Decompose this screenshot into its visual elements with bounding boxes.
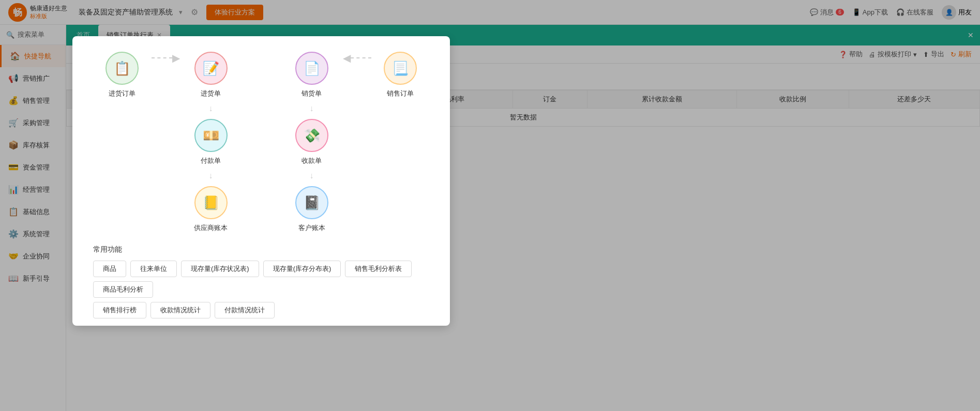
sales-bill-circle: 📄 <box>295 52 328 85</box>
customer-ledger-circle: 📓 <box>295 186 328 219</box>
sales-order-circle: 📃 <box>384 52 417 85</box>
purchase-col: 📝 进货单 ↓ 💴 付款单 ↓ <box>180 52 242 233</box>
flow-node-supplier-ledger[interactable]: 📒 供应商账本 <box>180 186 242 233</box>
func-btn-receipt-stats[interactable]: 收款情况统计 <box>150 302 210 318</box>
arrow-v2: ↓ <box>310 102 314 115</box>
purchase-order-circle: 📋 <box>105 52 139 85</box>
arrow-h2: ◀ <box>343 52 371 79</box>
popup-content: 📋 进货订单 ▶ 📝 进货单 <box>72 36 450 326</box>
func-btn-sales-profit[interactable]: 销售毛利分析表 <box>345 261 412 277</box>
popup-overlay[interactable]: 📋 进货订单 ▶ 📝 进货单 <box>0 0 980 411</box>
sales-order-label: 销售订单 <box>387 89 414 98</box>
func-buttons-row1: 商品 往来单位 现存量(库存状况表) 现存量(库存分布表) 销售毛利分析表 商品… <box>93 261 429 298</box>
func-btn-payment-stats[interactable]: 付款情况统计 <box>215 302 275 318</box>
popup: 📋 进货订单 ▶ 📝 进货单 <box>72 36 450 326</box>
sales-col: 📄 销货单 ↓ 💸 收款单 ↓ <box>281 52 343 233</box>
purchase-label: 进货单 <box>201 89 221 98</box>
func-btn-stock-status[interactable]: 现存量(库存状况表) <box>181 261 259 277</box>
common-functions: 常用功能 商品 往来单位 现存量(库存状况表) 现存量(库存分布表) 销售毛利分… <box>93 245 429 318</box>
receipt-icon: 💸 <box>304 128 320 144</box>
supplier-ledger-icon: 📒 <box>203 195 219 211</box>
func-btn-goods[interactable]: 商品 <box>93 261 126 277</box>
payment-label: 付款单 <box>201 156 221 165</box>
sales-order-icon: 📃 <box>392 60 409 77</box>
func-btn-sales-rank[interactable]: 销售排行榜 <box>93 302 146 318</box>
payment-icon: 💴 <box>203 128 219 144</box>
arrow-h1: ▶ <box>152 52 180 79</box>
flow-node-payment[interactable]: 💴 付款单 <box>180 119 242 165</box>
flow-node-sales-order[interactable]: 📃 销售订单 <box>371 52 430 98</box>
sales-bill-icon: 📄 <box>304 60 320 77</box>
supplier-ledger-label: 供应商账本 <box>194 223 228 233</box>
purchase-icon: 📝 <box>203 60 219 77</box>
receipt-label: 收款单 <box>301 156 322 165</box>
flow-diagram: 📋 进货订单 ▶ 📝 进货单 <box>93 52 429 233</box>
common-functions-title: 常用功能 <box>93 245 429 254</box>
flow-node-purchase[interactable]: 📝 进货单 <box>180 52 242 98</box>
arrow-v3: ↓ <box>209 170 213 182</box>
purchase-circle: 📝 <box>194 52 228 85</box>
flow-node-purchase-order[interactable]: 📋 进货订单 <box>93 52 152 98</box>
arrow-v4: ↓ <box>310 170 314 182</box>
sales-bill-label: 销货单 <box>301 89 322 98</box>
flow-node-customer-ledger[interactable]: 📓 客户账本 <box>281 186 343 233</box>
flow-node-receipt[interactable]: 💸 收款单 <box>281 119 343 165</box>
func-btn-goods-profit[interactable]: 商品毛利分析 <box>93 281 153 298</box>
flow-node-sales-bill[interactable]: 📄 销货单 <box>281 52 343 98</box>
purchase-order-icon: 📋 <box>114 60 130 77</box>
payment-circle: 💴 <box>194 119 228 152</box>
func-btn-partners[interactable]: 往来单位 <box>130 261 177 277</box>
customer-ledger-label: 客户账本 <box>298 223 325 233</box>
arrow-v1: ↓ <box>209 102 213 115</box>
purchase-order-label: 进货订单 <box>109 89 135 98</box>
receipt-circle: 💸 <box>295 119 328 152</box>
customer-ledger-icon: 📓 <box>304 195 320 211</box>
supplier-ledger-circle: 📒 <box>194 186 228 219</box>
func-btn-stock-dist[interactable]: 现存量(库存分布表) <box>263 261 341 277</box>
func-buttons-row2: 销售排行榜 收款情况统计 付款情况统计 <box>93 302 429 318</box>
